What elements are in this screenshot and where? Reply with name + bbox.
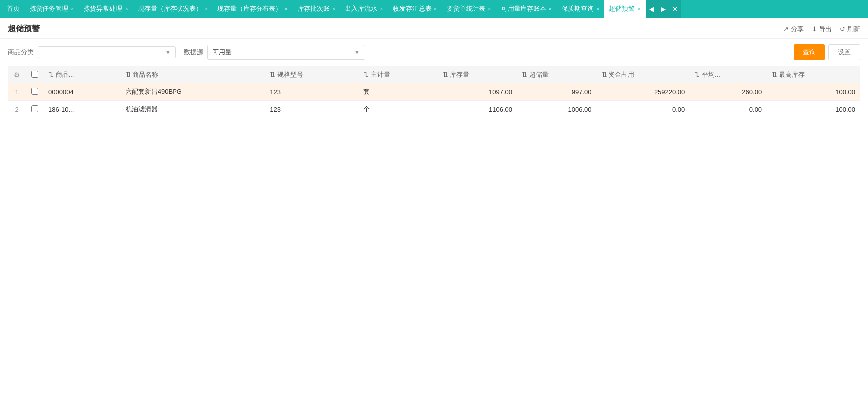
product-name-cell: 六配套新昌490BPG [121,83,265,101]
col-max-stock[interactable]: ⇅ 最高库存 [767,66,860,83]
export-icon: ⬇ [812,25,817,33]
page-title: 超储预警 [8,24,40,34]
overstock-cell: 997.00 [517,83,596,101]
nav-item-overstock[interactable]: 超储预警 × [604,0,645,18]
query-button[interactable]: 查询 [794,44,825,60]
close-icon[interactable]: × [125,6,128,12]
spec-cell: 123 [265,83,358,101]
refresh-icon: ↺ [840,25,845,33]
close-icon[interactable]: × [284,6,287,12]
max-stock-cell: 100.00 [767,83,860,101]
spec-cell: 123 [265,101,358,118]
close-icon[interactable]: × [596,6,599,12]
category-filter: 商品分类 ▼ [8,46,176,58]
nav-item-task[interactable]: 拣货任务管理 × [25,0,79,18]
avg-cell: 260.00 [690,83,767,101]
col-unit[interactable]: ⇅ 主计量 [358,66,437,83]
row-index: 1 [8,83,26,101]
main-content: 超储预警 ↗ 分享 ⬇ 导出 ↺ 刷新 商品分类 ▼ 数据源 [0,18,868,395]
close-icon[interactable]: × [549,6,552,12]
table-row: 1 0000004 六配套新昌490BPG 123 套 1097.00 997.… [8,83,860,101]
close-icon[interactable]: × [205,6,208,12]
export-button[interactable]: ⬇ 导出 [812,25,832,34]
avg-cell: 0.00 [690,101,767,118]
chevron-down-icon: ▼ [354,49,360,55]
col-product-code[interactable]: ⇅ 商品... [43,66,121,83]
col-overstock[interactable]: ⇅ 超储量 [517,66,596,83]
header-actions: ↗ 分享 ⬇ 导出 ↺ 刷新 [783,25,860,34]
select-all-checkbox[interactable] [31,71,38,78]
nav-item-exception[interactable]: 拣货异常处理 × [79,0,132,18]
row-checkbox[interactable] [31,88,38,95]
gear-header: ⚙ [8,66,26,83]
col-avg[interactable]: ⇅ 平均... [690,66,767,83]
datasource-filter: 数据源 可用量 ▼ [184,45,365,60]
close-icon[interactable]: × [380,6,383,12]
capital-cell: 0.00 [597,101,690,118]
table-header-row: ⚙ ⇅ 商品... ⇅ 商品名称 ⇅ 规格型号 ⇅ 主计量 [8,66,860,83]
top-navigation: 首页 拣货任务管理 × 拣货异常处理 × 现存量（库存状况表） × 现存量（库存… [0,0,868,18]
capital-cell: 259220.00 [597,83,690,101]
col-stock[interactable]: ⇅ 库存量 [438,66,517,83]
nav-item-home[interactable]: 首页 [2,0,25,18]
nav-item-stock-dist[interactable]: 现存量（库存分布表） × [213,0,292,18]
product-code-cell: 186-10... [43,101,121,118]
chevron-down-icon: ▼ [165,49,171,55]
close-icon[interactable]: × [434,6,437,12]
max-stock-cell: 100.00 [767,101,860,118]
refresh-button[interactable]: ↺ 刷新 [840,25,860,34]
unit-cell: 套 [358,83,437,101]
product-code-cell: 0000004 [43,83,121,101]
nav-arrow-right[interactable]: ▶ [657,0,669,18]
table-row: 2 186-10... 机油滤清器 123 个 1106.00 1006.00 … [8,101,860,118]
nav-item-available[interactable]: 可用量库存账本 × [496,0,557,18]
settings-button[interactable]: 设置 [828,44,860,60]
nav-arrow-left[interactable]: ◀ [646,0,657,18]
row-index: 2 [8,101,26,118]
unit-cell: 个 [358,101,437,118]
col-spec[interactable]: ⇅ 规格型号 [265,66,358,83]
close-icon[interactable]: × [637,6,640,12]
category-label: 商品分类 [8,48,34,57]
close-icon[interactable]: × [488,6,491,12]
filter-bar: 商品分类 ▼ 数据源 可用量 ▼ 查询 设置 [0,39,868,66]
nav-item-stock-status[interactable]: 现存量（库存状况表） × [133,0,213,18]
share-icon: ↗ [783,25,789,33]
stock-cell: 1106.00 [438,101,517,118]
row-checkbox[interactable] [31,105,38,112]
table-container: ⚙ ⇅ 商品... ⇅ 商品名称 ⇅ 规格型号 ⇅ 主计量 [0,66,868,118]
overstock-cell: 1006.00 [517,101,596,118]
col-capital[interactable]: ⇅ 资金占用 [597,66,690,83]
nav-close-all[interactable]: ✕ [669,0,681,18]
nav-item-inout-flow[interactable]: 出入库流水 × [340,0,388,18]
nav-item-batch[interactable]: 库存批次账 × [293,0,340,18]
gear-icon[interactable]: ⚙ [14,71,20,79]
row-checkbox-cell[interactable] [26,83,43,101]
datasource-select[interactable]: 可用量 ▼ [207,45,365,60]
category-select[interactable]: ▼ [38,46,176,58]
product-name-cell: 机油滤清器 [121,101,265,118]
close-icon[interactable]: × [71,6,74,12]
close-icon[interactable]: × [332,6,335,12]
overstock-table: ⚙ ⇅ 商品... ⇅ 商品名称 ⇅ 规格型号 ⇅ 主计量 [8,66,860,118]
nav-item-summary[interactable]: 收发存汇总表 × [388,0,442,18]
stock-cell: 1097.00 [438,83,517,101]
nav-item-expiry[interactable]: 保质期查询 × [557,0,604,18]
row-checkbox-cell[interactable] [26,101,43,118]
nav-item-order-stat[interactable]: 要货单统计表 × [442,0,496,18]
checkbox-header[interactable] [26,66,43,83]
filter-actions: 查询 设置 [794,44,860,60]
col-product-name[interactable]: ⇅ 商品名称 [121,66,265,83]
page-header: 超储预警 ↗ 分享 ⬇ 导出 ↺ 刷新 [0,18,868,39]
share-button[interactable]: ↗ 分享 [783,25,804,34]
datasource-label: 数据源 [184,48,203,57]
